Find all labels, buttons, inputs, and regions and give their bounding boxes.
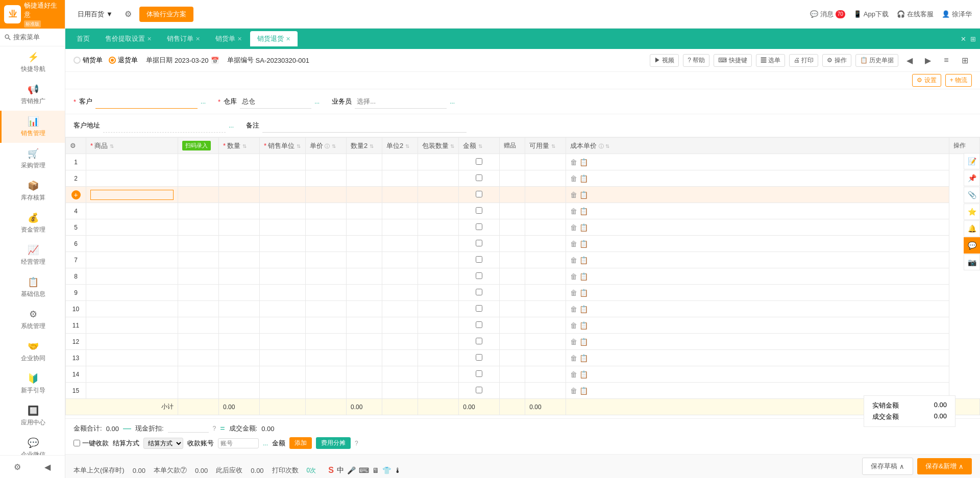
tab-close-icon[interactable]: ✕ xyxy=(286,36,290,42)
unit2-cell[interactable] xyxy=(347,366,382,383)
discount-input[interactable] xyxy=(168,424,209,433)
cost-price-cell[interactable] xyxy=(525,187,566,203)
copy-row-icon[interactable]: 📋 xyxy=(579,174,588,183)
unit-price-cell[interactable] xyxy=(260,301,306,317)
experience-button[interactable]: 体验行业方案 xyxy=(139,7,193,22)
delete-row-icon[interactable]: 🗑 xyxy=(570,338,577,346)
qty2-cell[interactable] xyxy=(306,383,347,399)
unit-price-cell[interactable] xyxy=(260,366,306,383)
topbar-user[interactable]: 👤 徐泽华 xyxy=(942,10,972,19)
unit2-cell[interactable] xyxy=(347,236,382,252)
amount-cell[interactable] xyxy=(418,154,459,170)
pack-qty-cell[interactable] xyxy=(382,350,418,366)
add-button[interactable]: 添加 xyxy=(289,437,312,449)
add-row-icon[interactable]: + xyxy=(71,190,81,199)
sidebar-item-sales[interactable]: 📊 销售管理 xyxy=(0,111,65,143)
quick-camera-icon[interactable]: 📷 xyxy=(964,254,980,270)
delete-row-icon[interactable]: 🗑 xyxy=(570,223,577,232)
gift-cell[interactable] xyxy=(459,285,500,301)
video-btn[interactable]: ▶ 视频 xyxy=(650,54,679,67)
topbar-messages[interactable]: 💬 消息 70 xyxy=(810,10,845,19)
sales-unit-cell[interactable] xyxy=(219,383,260,399)
gift-cell[interactable] xyxy=(459,252,500,268)
amount-cell[interactable] xyxy=(418,334,459,350)
sidebar-collapse-icon[interactable]: ◀ xyxy=(40,460,55,474)
unit2-cell[interactable] xyxy=(347,203,382,219)
sales-unit-cell[interactable] xyxy=(219,154,260,170)
sidebar-search[interactable]: 搜索菜单 xyxy=(0,29,65,46)
tab-sales-return[interactable]: 销货退货 ✕ xyxy=(250,31,298,46)
product-cell[interactable] xyxy=(86,383,178,399)
topbar-online-service[interactable]: 🎧 在线客服 xyxy=(897,10,934,19)
copy-row-icon[interactable]: 📋 xyxy=(579,305,588,313)
qty-cell[interactable] xyxy=(178,236,219,252)
sales-unit-cell[interactable] xyxy=(219,187,260,203)
sidebar-item-purchase[interactable]: 🛒 采购管理 xyxy=(0,143,65,175)
pack-qty-cell[interactable] xyxy=(382,170,418,187)
address-more-btn[interactable]: ... xyxy=(229,122,234,129)
unit-price-cell[interactable] xyxy=(260,219,306,236)
available-cell[interactable] xyxy=(500,203,525,219)
account-more-btn[interactable]: ... xyxy=(263,440,268,447)
product-cell[interactable] xyxy=(86,219,178,236)
sales-unit-cell[interactable] xyxy=(219,350,260,366)
unit-price-cell[interactable] xyxy=(260,252,306,268)
unit-price-cell[interactable] xyxy=(260,383,306,399)
cost-price-cell[interactable] xyxy=(525,170,566,187)
sidebar-item-inventory[interactable]: 📦 库存核算 xyxy=(0,175,65,207)
pack-qty-cell[interactable] xyxy=(382,154,418,170)
qty-cell[interactable] xyxy=(178,154,219,170)
available-cell[interactable] xyxy=(500,383,525,399)
pack-qty-cell[interactable] xyxy=(382,383,418,399)
tab-close-icon[interactable]: ✕ xyxy=(237,36,242,42)
pack-qty-cell[interactable] xyxy=(382,285,418,301)
sidebar-item-guide[interactable]: 🔰 新手引导 xyxy=(0,368,65,400)
delete-row-icon[interactable]: 🗑 xyxy=(570,207,577,215)
calendar-icon[interactable]: 📅 xyxy=(211,57,219,64)
unit2-cell[interactable] xyxy=(347,154,382,170)
customer-input[interactable] xyxy=(95,94,198,109)
gift-cell[interactable] xyxy=(459,334,500,350)
qty-cell[interactable] xyxy=(178,219,219,236)
unit2-cell[interactable] xyxy=(347,170,382,187)
available-cell[interactable] xyxy=(500,268,525,285)
available-cell[interactable] xyxy=(500,236,525,252)
available-cell[interactable] xyxy=(500,301,525,317)
unit2-cell[interactable] xyxy=(347,187,382,203)
cost-price-cell[interactable] xyxy=(525,236,566,252)
cost-price-cell[interactable] xyxy=(525,203,566,219)
qty2-cell[interactable] xyxy=(306,317,347,334)
unit-price-cell[interactable] xyxy=(260,334,306,350)
sales-unit-cell[interactable] xyxy=(219,236,260,252)
delete-row-icon[interactable]: 🗑 xyxy=(570,272,577,281)
payment-checkbox[interactable] xyxy=(74,440,80,446)
sidebar-settings-icon[interactable]: ⚙ xyxy=(10,460,24,474)
unit2-cell[interactable] xyxy=(347,252,382,268)
unit2-cell[interactable] xyxy=(347,219,382,236)
cost-price-cell[interactable] xyxy=(525,285,566,301)
delete-row-icon[interactable]: 🗑 xyxy=(570,158,577,166)
delete-row-icon[interactable]: 🗑 xyxy=(570,289,577,297)
gift-checkbox[interactable] xyxy=(476,191,482,197)
gift-cell[interactable] xyxy=(459,301,500,317)
print-btn[interactable]: 🖨 打印 xyxy=(789,54,818,67)
history-btn[interactable]: 📋 历史单据 xyxy=(855,54,898,67)
qty2-cell[interactable] xyxy=(306,170,347,187)
qty2-cell[interactable] xyxy=(306,187,347,203)
available-cell[interactable] xyxy=(500,154,525,170)
product-cell[interactable] xyxy=(86,285,178,301)
qty-cell[interactable] xyxy=(178,170,219,187)
quick-pin-icon[interactable]: 📌 xyxy=(964,170,980,186)
gift-checkbox[interactable] xyxy=(476,158,482,165)
available-cell[interactable] xyxy=(500,219,525,236)
copy-row-icon[interactable]: 📋 xyxy=(579,256,588,264)
qty-cell[interactable] xyxy=(178,187,219,203)
available-cell[interactable] xyxy=(500,252,525,268)
customer-more-btn[interactable]: ... xyxy=(201,98,206,105)
amount-cell[interactable] xyxy=(418,301,459,317)
gift-checkbox[interactable] xyxy=(476,289,482,295)
qty-cell[interactable] xyxy=(178,268,219,285)
sales-unit-cell[interactable] xyxy=(219,317,260,334)
copy-row-icon[interactable]: 📋 xyxy=(579,207,588,215)
sales-unit-cell[interactable] xyxy=(219,285,260,301)
